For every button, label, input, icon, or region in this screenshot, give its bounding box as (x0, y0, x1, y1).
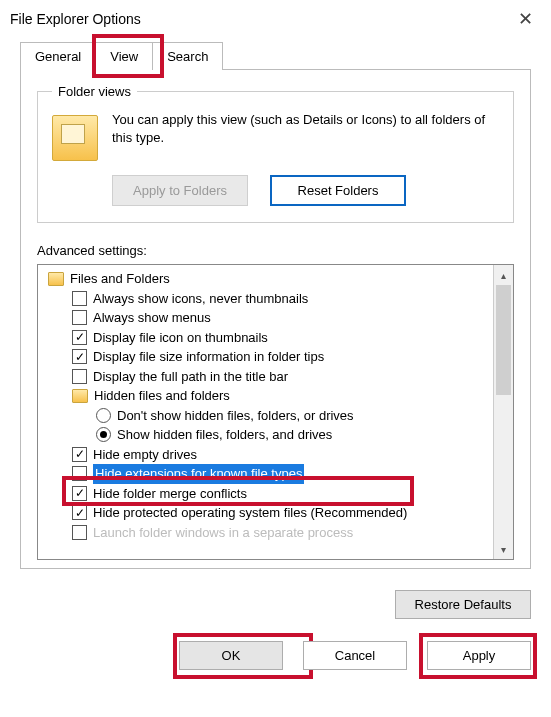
scroll-thumb[interactable] (496, 285, 511, 395)
checkbox-icon[interactable] (72, 369, 87, 384)
apply-button[interactable]: Apply (427, 641, 531, 670)
folder-views-group: Folder views You can apply this view (su… (37, 84, 514, 223)
folder-views-legend: Folder views (52, 84, 137, 99)
opt-hide-extensions[interactable]: Hide extensions for known file types (42, 464, 493, 484)
close-icon[interactable]: ✕ (511, 8, 539, 30)
checkbox-icon[interactable] (72, 466, 87, 481)
checkbox-icon[interactable] (72, 349, 87, 364)
opt-hide-empty-drives[interactable]: Hide empty drives (42, 445, 493, 465)
checkbox-icon[interactable] (72, 505, 87, 520)
tab-view[interactable]: View (95, 42, 153, 70)
opt-display-full-path-titlebar[interactable]: Display the full path in the title bar (42, 367, 493, 387)
tab-general[interactable]: General (20, 42, 96, 70)
checkbox-icon[interactable] (72, 447, 87, 462)
apply-to-folders-button: Apply to Folders (112, 175, 248, 206)
tab-strip: General View Search (20, 42, 551, 70)
opt-hide-protected-os-files[interactable]: Hide protected operating system files (R… (42, 503, 493, 523)
opt-always-show-icons[interactable]: Always show icons, never thumbnails (42, 289, 493, 309)
folder-icon (48, 272, 64, 286)
radio-icon[interactable] (96, 408, 111, 423)
scrollbar[interactable]: ▴ ▾ (493, 265, 513, 559)
scroll-down-icon[interactable]: ▾ (494, 539, 513, 559)
checkbox-icon[interactable] (72, 291, 87, 306)
folder-icon (52, 115, 98, 161)
folder-views-text: You can apply this view (such as Details… (112, 111, 499, 147)
folder-icon (72, 389, 88, 403)
reset-folders-button[interactable]: Reset Folders (270, 175, 406, 206)
advanced-settings-label: Advanced settings: (37, 243, 514, 258)
tree-root: Files and Folders (42, 269, 493, 289)
opt-always-show-menus[interactable]: Always show menus (42, 308, 493, 328)
window-title: File Explorer Options (10, 11, 141, 27)
checkbox-icon[interactable] (72, 310, 87, 325)
opt-hide-merge-conflicts[interactable]: Hide folder merge conflicts (42, 484, 493, 504)
tab-search[interactable]: Search (152, 42, 223, 70)
scroll-track[interactable] (494, 285, 513, 539)
tree-root-label: Files and Folders (70, 269, 170, 289)
radio-icon[interactable] (96, 427, 111, 442)
checkbox-icon[interactable] (72, 486, 87, 501)
checkbox-icon[interactable] (72, 330, 87, 345)
opt-show-hidden[interactable]: Show hidden files, folders, and drives (42, 425, 493, 445)
opt-display-file-size-tips[interactable]: Display file size information in folder … (42, 347, 493, 367)
group-hidden-files: Hidden files and folders (42, 386, 493, 406)
ok-button[interactable]: OK (179, 641, 283, 670)
opt-dont-show-hidden[interactable]: Don't show hidden files, folders, or dri… (42, 406, 493, 426)
restore-defaults-button[interactable]: Restore Defaults (395, 590, 531, 619)
opt-display-file-icon-thumb[interactable]: Display file icon on thumbnails (42, 328, 493, 348)
scroll-up-icon[interactable]: ▴ (494, 265, 513, 285)
advanced-settings-list: Files and Folders Always show icons, nev… (37, 264, 514, 560)
cancel-button[interactable]: Cancel (303, 641, 407, 670)
checkbox-icon[interactable] (72, 525, 87, 540)
tab-panel-view: Folder views You can apply this view (su… (20, 69, 531, 569)
opt-launch-separate-process[interactable]: Launch folder windows in a separate proc… (42, 523, 493, 543)
